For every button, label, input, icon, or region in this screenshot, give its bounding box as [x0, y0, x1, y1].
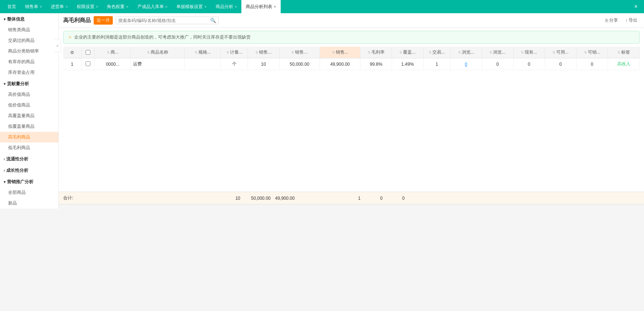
- col-header-stock1[interactable]: ⇅ 现有...: [513, 47, 545, 58]
- share-icon: ⎘: [605, 18, 608, 23]
- search-icon[interactable]: 🔍: [210, 18, 216, 23]
- sidebar-item-high-value[interactable]: 高价值商品: [0, 89, 58, 100]
- cell-browse1[interactable]: 0: [450, 58, 482, 70]
- sidebar-item-all-goods[interactable]: 全部商品: [0, 187, 58, 198]
- col-sort-icon-stock1: ⇅: [521, 51, 524, 54]
- app-close-button[interactable]: ×: [631, 1, 641, 12]
- nav-home[interactable]: 首页: [3, 0, 21, 13]
- col-header-coverage[interactable]: ⇅ 覆盖...: [392, 47, 423, 58]
- share-button[interactable]: ⎘ 分享: [603, 16, 620, 25]
- cell-check[interactable]: [81, 58, 95, 70]
- footer-sales-amt: 50,000.00: [249, 196, 273, 201]
- table-header-row: ⚙ ⇅ 商...: [63, 47, 640, 58]
- sidebar-item-low-coverage[interactable]: 低覆盖量商品: [0, 121, 58, 132]
- export-icon: ↑: [625, 18, 627, 23]
- nav-roles[interactable]: 角色权重 ×: [102, 0, 133, 13]
- sidebar-section-growth[interactable]: › 成长性分析: [0, 164, 58, 176]
- sidebar-item-high-margin[interactable]: 高毛利商品: [0, 132, 58, 142]
- sidebar-item-stocked-goods[interactable]: 有库存的商品: [0, 57, 58, 67]
- cell-sales-amt: 50,000.00: [279, 58, 320, 70]
- nav-sales[interactable]: 销售单 ×: [21, 0, 46, 13]
- cell-gross-rate: 99.8%: [360, 58, 392, 70]
- sidebar-section-liquidity[interactable]: › 流通性分析: [0, 153, 58, 164]
- content-header: 高毛利商品 近一月 🔍 ⎘ 分享 ↑ 导出: [59, 13, 644, 28]
- sidebar-item-stock-capital[interactable]: 库存资金占用: [0, 67, 58, 78]
- nav-purchase[interactable]: 进货单 ×: [46, 0, 72, 13]
- col-header-name[interactable]: ⇅ 商品名称: [131, 47, 185, 58]
- sidebar-section-contribution[interactable]: ▾ 贡献量分析: [0, 78, 58, 89]
- sidebar-section-overall[interactable]: ▾ 整体信息: [0, 13, 58, 25]
- nav-product-analysis[interactable]: 商品分析 ×: [211, 0, 241, 13]
- time-filter-button[interactable]: 近一月: [94, 16, 113, 25]
- table-row: 1 0000... 运费 个 10 50,000.00 49,900.00 99…: [63, 58, 640, 70]
- nav-production[interactable]: 产成品入库单 ×: [133, 0, 172, 13]
- footer-sales-qty: 10: [227, 196, 249, 201]
- nav-close-template[interactable]: ×: [204, 4, 206, 9]
- col-sort-icon-browse2: ⇅: [489, 51, 492, 54]
- col-header-sales-amt[interactable]: ⇅ 销售...: [279, 47, 320, 58]
- col-header-sales-qty[interactable]: ⇅ 销售...: [248, 47, 279, 58]
- col-header-saleable[interactable]: ⇅ 可销...: [576, 47, 608, 58]
- nav-close-product-analysis-list[interactable]: ×: [274, 4, 276, 9]
- row-checkbox[interactable]: [86, 61, 90, 66]
- cell-stock2: 0: [545, 58, 576, 70]
- col-header-gross-rate[interactable]: ⇅ 毛利率: [360, 47, 392, 58]
- sidebar-item-traded-goods[interactable]: 交易过的商品: [0, 35, 58, 46]
- cell-sales-qty: 10: [248, 58, 279, 70]
- cell-coverage: 1.49%: [392, 58, 423, 70]
- sidebar-item-sales-goods[interactable]: 销售类商品: [0, 25, 58, 35]
- header-actions: ⎘ 分享 ↑ 导出: [603, 16, 640, 25]
- scroll-bar-area[interactable]: [59, 204, 644, 209]
- cell-sales-profit: 49,900.00: [320, 58, 360, 70]
- col-sort-icon-coverage: ⇅: [399, 51, 402, 54]
- col-header-code[interactable]: ⇅ 商...: [95, 47, 131, 58]
- table-container: ⚙ ⇅ 商...: [59, 47, 644, 192]
- nav-permissions[interactable]: 权限设置 ×: [72, 0, 102, 13]
- sidebar-item-high-coverage[interactable]: 高覆盖量商品: [0, 111, 58, 121]
- col-sort-icon-spec: ⇅: [195, 51, 198, 54]
- footer-trade: 1: [348, 196, 370, 201]
- select-all-checkbox[interactable]: [86, 50, 90, 55]
- col-header-spec[interactable]: ⇅ 规格...: [185, 47, 221, 58]
- nav-close-roles[interactable]: ×: [126, 4, 128, 9]
- col-header-sales-profit[interactable]: ⇅ 销售...: [320, 47, 360, 58]
- section-arrow-marketing: ▾: [4, 180, 6, 184]
- nav-close-permissions[interactable]: ×: [96, 4, 98, 9]
- cell-browse2: 0: [482, 58, 514, 70]
- nav-template[interactable]: 单据模板设置 ×: [172, 0, 211, 13]
- nav-product-analysis-list[interactable]: 商品分析列表 ×: [241, 0, 280, 13]
- col-sort-icon-saleable: ⇅: [584, 51, 587, 54]
- nav-close-production[interactable]: ×: [165, 4, 168, 9]
- col-sort-icon-sales-profit: ⇅: [332, 51, 335, 54]
- col-header-tag[interactable]: ⇅ 标签: [608, 47, 640, 58]
- nav-close-product-analysis[interactable]: ×: [235, 4, 237, 9]
- cell-name: 运费: [131, 58, 185, 70]
- cell-code: 0000...: [95, 58, 131, 70]
- cell-unit: 个: [221, 58, 248, 70]
- sidebar-item-new-goods[interactable]: 新品: [0, 198, 58, 209]
- sidebar-collapse-button[interactable]: «: [54, 39, 61, 52]
- footer-label: 合计:: [63, 195, 73, 201]
- nav-close-purchase[interactable]: ×: [65, 4, 68, 9]
- col-header-unit[interactable]: ⇅ 计量...: [221, 47, 248, 58]
- section-arrow-contribution: ▾: [4, 82, 6, 86]
- sidebar-item-category-rate[interactable]: 商品分类助销率: [0, 46, 58, 57]
- sidebar: ▾ 整体信息 销售类商品 交易过的商品 商品分类助销率 有库存的商品 库存资金占…: [0, 13, 59, 209]
- search-input[interactable]: [118, 18, 210, 23]
- col-sort-icon-stock2: ⇅: [553, 51, 555, 54]
- settings-icon[interactable]: ⚙: [70, 50, 74, 55]
- col-sort-icon-unit: ⇅: [226, 51, 229, 54]
- info-banner: ✧ 企业的主要的利润都是这部分商品创造的，可考虑加大推广，同时关注库存是不要出现…: [63, 31, 640, 44]
- footer-browse1: 0: [370, 196, 392, 201]
- sidebar-item-low-margin[interactable]: 低毛利商品: [0, 142, 58, 153]
- col-header-stock2[interactable]: ⇅ 可用...: [545, 47, 576, 58]
- sidebar-item-low-value[interactable]: 低价值商品: [0, 100, 58, 111]
- col-header-trade[interactable]: ⇅ 交易...: [423, 47, 450, 58]
- data-table: ⚙ ⇅ 商...: [63, 47, 640, 70]
- col-header-browse2[interactable]: ⇅ 浏览...: [482, 47, 514, 58]
- col-header-browse1[interactable]: ⇅ 浏览...: [450, 47, 482, 58]
- export-button[interactable]: ↑ 导出: [623, 16, 640, 25]
- sidebar-section-marketing[interactable]: ▾ 营销推广分析: [0, 176, 58, 187]
- nav-close-sales[interactable]: ×: [40, 4, 42, 9]
- cell-stock1: 0: [513, 58, 545, 70]
